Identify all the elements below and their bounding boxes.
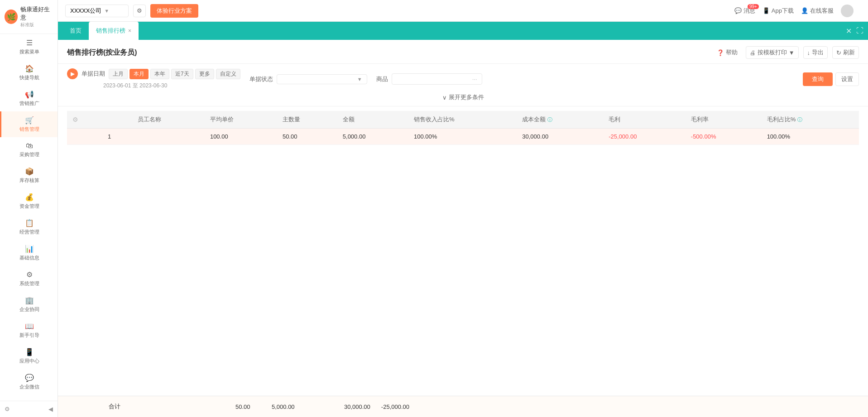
- sidebar-item-wechat[interactable]: 💬 企业微信: [0, 369, 58, 395]
- message-icon: 💬: [734, 7, 742, 14]
- date-range-display: 2023-06-01 至 2023-06-30: [103, 82, 240, 90]
- sidebar-logo: 🌿 畅康通好生意 标准版: [0, 0, 58, 34]
- operation-icon: 📋: [25, 219, 34, 227]
- cell-name: [132, 129, 205, 145]
- sidebar-item-system[interactable]: ⚙ 系统管理: [0, 266, 58, 292]
- window-maximize-button[interactable]: ⛶: [856, 27, 863, 35]
- sidebar-item-operation[interactable]: 📋 经营管理: [0, 214, 58, 240]
- sales-icon: 🛒: [25, 116, 34, 125]
- footer-profit-rate: [415, 405, 451, 408]
- company-name: XXXXX公司: [70, 7, 101, 15]
- filter-toggle-button[interactable]: ▶: [67, 68, 78, 79]
- sidebar-item-guide[interactable]: 📖 新手引导: [0, 317, 58, 343]
- app-download-button[interactable]: 📱 App下载: [762, 7, 794, 15]
- goods-input[interactable]: ···: [392, 73, 482, 85]
- user-avatar[interactable]: [841, 5, 854, 17]
- date-btn-7days[interactable]: 近7天: [171, 69, 193, 79]
- sidebar-label-purchase: 采购管理: [19, 151, 39, 158]
- footer-sales-pct: [302, 405, 339, 408]
- apps-icon: 📱: [25, 348, 34, 356]
- online-service-button[interactable]: 👤 在线客服: [801, 7, 834, 15]
- sidebar-item-apps[interactable]: 📱 应用中心: [0, 343, 58, 369]
- tab-home[interactable]: 首页: [62, 22, 89, 40]
- table-body: 1 100.00 50.00 5,000.00 100.00% 30,000.0…: [67, 129, 859, 145]
- sidebar-label-enterprise: 企业协同: [19, 306, 39, 313]
- sidebar-item-member[interactable]: ♔ 畅会员: [0, 395, 58, 401]
- col-rank: [102, 111, 132, 129]
- basic-icon: 📊: [25, 244, 34, 253]
- settings-button[interactable]: 设置: [835, 72, 859, 86]
- sidebar-item-marketing[interactable]: 📢 营销推广: [0, 86, 58, 111]
- sidebar-item-quick[interactable]: 🏠 快捷导航: [0, 60, 58, 86]
- sidebar-label-finance: 资金管理: [19, 203, 39, 210]
- page-header: 销售排行榜(按业务员) ❓ 帮助 🖨 按模板打印 ▼ ↓ 导出: [58, 40, 868, 64]
- sidebar-item-basic[interactable]: 📊 基础信息: [0, 240, 58, 266]
- column-settings-icon[interactable]: ⚙: [72, 116, 78, 123]
- col-settings[interactable]: ⚙: [67, 111, 102, 129]
- sidebar-label-wechat: 企业微信: [19, 383, 39, 390]
- expand-button[interactable]: ∨ 展开更多条件: [442, 93, 484, 101]
- date-btn-custom[interactable]: 自定义: [216, 69, 240, 79]
- col-profit-rate: 毛利率: [686, 111, 762, 129]
- status-dropdown-arrow: ▼: [357, 77, 362, 82]
- data-table: ⚙ 员工名称 平均单价 主数量 全额 销售收入占比% 成本全额 ⓘ 毛利 毛利率…: [67, 111, 859, 145]
- tabbar: 首页 销售排行榜 × ✕ ⛶: [58, 22, 868, 40]
- col-cost: 成本全额 ⓘ: [517, 111, 603, 129]
- message-button[interactable]: 💬 消息 99+: [734, 7, 755, 15]
- topbar-gear-button[interactable]: ⚙: [133, 5, 146, 17]
- export-button[interactable]: ↓ 导出: [803, 46, 828, 59]
- finance-icon: 💰: [25, 193, 34, 201]
- tabbar-right: ✕ ⛶: [846, 27, 863, 35]
- footer-label: [67, 405, 103, 408]
- print-icon: 🖨: [750, 49, 756, 56]
- sidebar-item-enterprise[interactable]: 🏢 企业协同: [0, 292, 58, 317]
- status-filter-label: 单据状态: [249, 75, 273, 83]
- system-icon: ⚙: [26, 270, 33, 279]
- date-btn-current-year[interactable]: 本年: [150, 69, 169, 79]
- tab-sales-rank[interactable]: 销售排行榜 ×: [89, 22, 139, 40]
- sidebar-label-operation: 经营管理: [19, 229, 39, 235]
- sidebar-label-apps: 应用中心: [19, 358, 39, 364]
- cell-profit-pct: 100.00%: [762, 129, 859, 145]
- cost-info-icon[interactable]: ⓘ: [547, 117, 552, 122]
- goods-input-more[interactable]: ···: [472, 76, 477, 82]
- date-buttons: 上月 本月 本年 近7天 更多 自定义: [109, 69, 240, 79]
- col-amount: 全额: [337, 111, 408, 129]
- sidebar-label-inventory: 库存核算: [19, 177, 39, 184]
- query-button[interactable]: 查询: [803, 72, 833, 86]
- help-button[interactable]: ❓ 帮助: [713, 47, 741, 58]
- sidebar-item-purchase[interactable]: 🛍 采购管理: [0, 137, 58, 163]
- trial-button[interactable]: 体验行业方案: [150, 4, 198, 18]
- sidebar-item-inventory[interactable]: 📦 库存核算: [0, 163, 58, 188]
- cell-sales-pct: 100.00%: [408, 129, 517, 145]
- cell-cost: 30,000.00: [517, 129, 603, 145]
- export-icon: ↓: [807, 49, 810, 56]
- sidebar: 🌿 畅康通好生意 标准版 ☰ 搜索菜单 🏠 快捷导航 📢 营销推广 🛒 销售管理…: [0, 0, 58, 417]
- collapse-icon[interactable]: ◀: [48, 406, 53, 412]
- col-avg-price: 平均单价: [205, 111, 277, 129]
- company-selector[interactable]: XXXXX公司 ▼: [65, 5, 129, 17]
- expand-row: ∨ 展开更多条件: [67, 93, 859, 101]
- refresh-button[interactable]: ↻ 刷新: [832, 46, 859, 59]
- sidebar-label-sales: 销售管理: [19, 126, 39, 133]
- profit-pct-info-icon[interactable]: ⓘ: [797, 117, 802, 122]
- settings-icon[interactable]: ⚙: [5, 406, 10, 412]
- goods-filter-label: 商品: [376, 75, 388, 83]
- date-btn-more[interactable]: 更多: [195, 69, 214, 79]
- template-print-button[interactable]: 🖨 按模板打印 ▼: [746, 46, 799, 59]
- status-select[interactable]: ▼: [277, 74, 367, 84]
- service-icon: 👤: [801, 7, 808, 14]
- sidebar-item-sales[interactable]: 🛒 销售管理: [0, 111, 58, 137]
- sidebar-item-finance[interactable]: 💰 资金管理: [0, 188, 58, 214]
- expand-chevron-icon: ∨: [442, 94, 447, 101]
- date-btn-current-month[interactable]: 本月: [129, 69, 149, 79]
- cell-qty: 50.00: [277, 129, 337, 145]
- date-btn-prev-month[interactable]: 上月: [109, 69, 128, 79]
- footer-total-label: 合计: [103, 401, 194, 412]
- window-close-button[interactable]: ✕: [846, 27, 852, 35]
- table-container: ⚙ 员工名称 平均单价 主数量 全额 销售收入占比% 成本全额 ⓘ 毛利 毛利率…: [58, 106, 868, 396]
- status-filter-group: 单据状态 ▼: [249, 74, 367, 84]
- sidebar-item-search[interactable]: ☰ 搜索菜单: [0, 34, 58, 60]
- tab-close-icon[interactable]: ×: [128, 28, 131, 34]
- cell-profit-rate: -500.00%: [686, 129, 762, 145]
